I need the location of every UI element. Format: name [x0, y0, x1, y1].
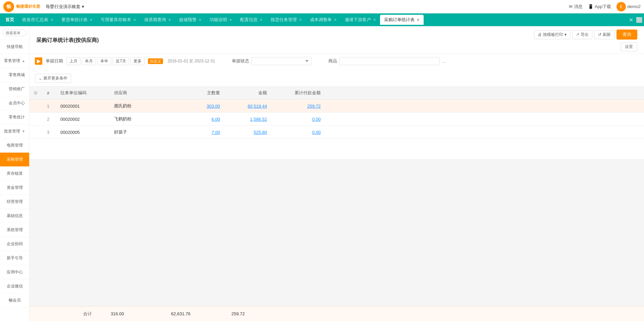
- sidebar-item-ecommerce[interactable]: 电商管理: [0, 139, 29, 153]
- sidebar-item-inventory[interactable]: 库存核算: [0, 167, 29, 181]
- tab-超储预警[interactable]: 超储预警 ✕: [175, 15, 206, 25]
- sidebar-item-label: 基础信息: [7, 213, 23, 219]
- sidebar-item-finance[interactable]: 资金管理: [0, 181, 29, 195]
- app-download-action[interactable]: 📱 App下载: [588, 4, 611, 10]
- export-button[interactable]: ↗ 导出: [572, 30, 592, 39]
- tab-close-icon[interactable]: ✕: [168, 18, 171, 22]
- tab-close-icon[interactable]: ✕: [373, 18, 376, 22]
- filter-row-1: ▶ 单据日期 上月 本月 本年 近7天 更多 自定义 2016-01-01 至 …: [35, 57, 639, 65]
- table-header-row: ⚙ # 往来单位编码 供应商 主数量 金额 累计付款金额: [30, 87, 644, 100]
- sidebar-item-search[interactable]: [0, 26, 29, 40]
- tab-close-icon[interactable]: ✕: [417, 18, 420, 22]
- sidebar-item-label: 库存核算: [7, 171, 23, 176]
- date-btn-7days[interactable]: 近7天: [113, 57, 129, 65]
- sidebar-item-label: 畅会员: [9, 298, 21, 303]
- user-area[interactable]: E demo2: [616, 2, 641, 11]
- amount-link[interactable]: 525.80: [254, 130, 267, 135]
- sidebar-item-label: 经营管理: [7, 199, 23, 205]
- sidebar-item-basic[interactable]: 基础信息: [0, 209, 29, 223]
- date-btn-last-month[interactable]: 上月: [66, 57, 80, 65]
- tab-close-icon[interactable]: ✕: [199, 18, 202, 22]
- amount-link[interactable]: 1,586.52: [250, 117, 267, 122]
- message-action[interactable]: ✉ 消息: [569, 4, 583, 10]
- cell-amount: 525.80: [224, 126, 271, 139]
- chevron-down-icon: ▲: [22, 59, 25, 63]
- cell-num: 2: [43, 113, 56, 126]
- printer-icon: 🖨: [538, 32, 542, 37]
- expand-icon: ⌄: [39, 76, 42, 81]
- export-icon: ↗: [576, 32, 579, 37]
- message-label: 消息: [574, 4, 583, 10]
- cell-extra: [325, 113, 644, 126]
- table-footer: 合计 316.00 62,631.76 259.72: [30, 306, 644, 321]
- tab-收发存汇总表[interactable]: 收发存汇总表 ✕: [18, 15, 57, 25]
- sidebar-item-enterprise[interactable]: 企业协同: [0, 237, 29, 251]
- tab-配置信息[interactable]: 配置信息 ✕: [236, 15, 267, 25]
- sidebar-item-label: 零售管理: [4, 58, 20, 64]
- tab-要货单统计表[interactable]: 要货单统计表 ✕: [57, 15, 97, 25]
- qty-link[interactable]: 6.00: [212, 117, 220, 122]
- refresh-label: 刷新: [603, 32, 611, 38]
- sidebar-item-purchase[interactable]: 采购管理: [0, 153, 29, 167]
- sidebar-item-retail-stat[interactable]: 零售统计: [0, 110, 29, 124]
- query-button[interactable]: 查询: [616, 30, 637, 40]
- paid-link[interactable]: 259.72: [307, 104, 321, 109]
- status-label: 单据状态: [232, 58, 249, 64]
- window-close-button[interactable]: ✕: [629, 17, 633, 23]
- date-btn-this-month[interactable]: 本月: [82, 57, 96, 65]
- sidebar-item-retail-shop[interactable]: 零售商城: [0, 68, 29, 82]
- tab-拣货任务管理[interactable]: 拣货任务管理 ✕: [267, 15, 306, 25]
- sidebar-item-shortcut[interactable]: 快捷导航: [0, 40, 29, 54]
- tab-可用量库存账本[interactable]: 可用量库存账本 ✕: [97, 15, 140, 25]
- column-settings-icon[interactable]: ⚙: [34, 90, 38, 96]
- print-dropdown-icon: ▾: [565, 32, 567, 37]
- tab-采购订单统计表[interactable]: 采购订单统计表 ✕: [380, 15, 424, 25]
- qty-link[interactable]: 7.00: [212, 130, 220, 135]
- sidebar-item-operation[interactable]: 经营管理: [0, 195, 29, 209]
- sidebar-item-guide[interactable]: 新手引导: [0, 251, 29, 265]
- cell-paid: 0.00: [271, 126, 325, 139]
- workspace-selector[interactable]: 母婴行业演示账套 ▾: [43, 2, 87, 11]
- refresh-button[interactable]: ↺ 刷新: [594, 30, 614, 39]
- sidebar-item-marketing[interactable]: 营销推广: [0, 82, 29, 96]
- sidebar-item-retail[interactable]: 零售管理 ▲: [0, 54, 29, 68]
- sidebar-item-app-center[interactable]: 应用中心: [0, 265, 29, 279]
- sidebar-item-wholesale[interactable]: 批发管理 ▼: [0, 124, 29, 139]
- tab-功能说明[interactable]: 功能说明 ✕: [206, 15, 236, 25]
- goods-input[interactable]: [339, 57, 440, 65]
- tab-close-icon[interactable]: ✕: [50, 18, 53, 22]
- date-btn-more[interactable]: 更多: [130, 57, 145, 65]
- tab-成本调整单[interactable]: 成本调整单 ✕: [306, 15, 341, 25]
- tab-close-icon[interactable]: ✕: [299, 18, 302, 22]
- sidebar-item-vip[interactable]: 畅会员: [0, 293, 29, 308]
- sidebar-item-system[interactable]: 系统管理: [0, 223, 29, 237]
- tab-close-icon[interactable]: ✕: [133, 18, 136, 22]
- tab-邀请下游客户[interactable]: 邀请下游客户 ✕: [341, 15, 380, 25]
- print-button[interactable]: 🖨 按模板打印 ▾: [534, 30, 570, 39]
- tab-home[interactable]: 首页: [1, 15, 18, 25]
- window-maximize-button[interactable]: ⬜: [636, 17, 643, 23]
- nav-end-actions: ✕ ⬜: [629, 17, 643, 23]
- tab-close-icon[interactable]: ✕: [90, 18, 93, 22]
- expand-more-button[interactable]: ⌄ 展开更多条件: [35, 74, 71, 83]
- search-menu-input[interactable]: [3, 30, 27, 36]
- tab-保质期查询[interactable]: 保质期查询 ✕: [140, 15, 175, 25]
- date-btn-this-year[interactable]: 本年: [97, 57, 111, 65]
- sidebar-item-wechat[interactable]: 企业微信: [0, 279, 29, 293]
- amount-link[interactable]: 60,519.44: [248, 104, 267, 109]
- sidebar-item-label: 快捷导航: [7, 44, 23, 50]
- more-options-icon[interactable]: ...: [442, 58, 446, 64]
- th-extra: [325, 87, 644, 100]
- tab-close-icon[interactable]: ✕: [334, 18, 337, 22]
- sidebar-item-label: 营销推广: [9, 86, 25, 92]
- paid-link[interactable]: 0.00: [312, 117, 321, 122]
- paid-link[interactable]: 0.00: [312, 130, 321, 135]
- filter-toggle-button[interactable]: ▶: [35, 57, 42, 65]
- sidebar-item-member[interactable]: 会员中心: [0, 96, 29, 110]
- status-select[interactable]: [251, 57, 312, 65]
- setting-button[interactable]: 设置: [621, 42, 637, 51]
- tab-close-icon[interactable]: ✕: [229, 18, 232, 22]
- qty-link[interactable]: 303.00: [207, 104, 220, 109]
- top-bar: 畅 畅捷通好生意 母婴行业演示账套 ▾ ✉ 消息 📱 App下载 E demo2: [0, 0, 644, 13]
- tab-close-icon[interactable]: ✕: [260, 18, 263, 22]
